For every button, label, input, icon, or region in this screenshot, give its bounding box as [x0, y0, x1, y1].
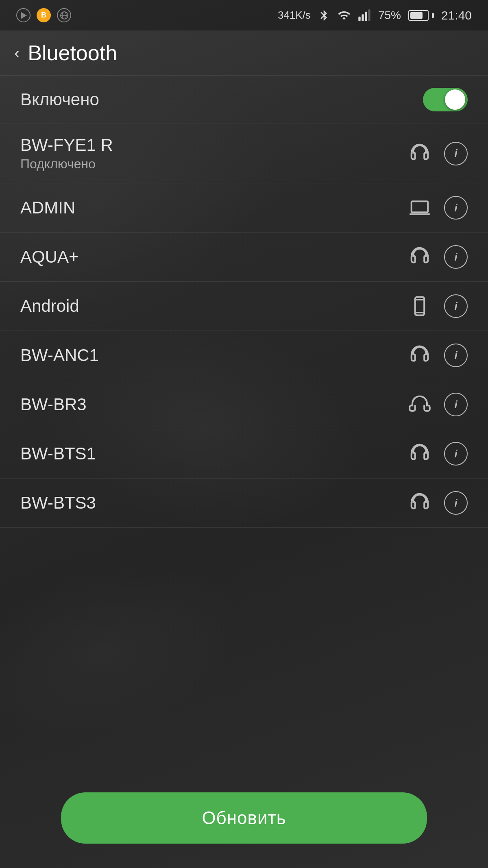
- device-item[interactable]: BW-ANC1 i: [0, 331, 488, 380]
- play-icon: [16, 8, 30, 22]
- device-actions: i: [407, 196, 468, 220]
- signal-icon: [358, 9, 371, 22]
- device-actions: i: [407, 343, 468, 368]
- bluetooth-toggle-switch[interactable]: [423, 88, 468, 111]
- battery-body: [408, 10, 429, 21]
- info-button[interactable]: i: [444, 393, 468, 416]
- bluetooth-status-icon: [318, 9, 330, 22]
- device-info: BW-ANC1: [20, 346, 407, 365]
- laptop-icon: [407, 196, 432, 220]
- device-name: AQUA+: [20, 247, 407, 267]
- info-button[interactable]: i: [444, 294, 468, 318]
- svg-rect-3: [358, 16, 360, 21]
- back-button[interactable]: ‹: [14, 44, 20, 62]
- headphone-icon: [407, 141, 432, 166]
- device-item[interactable]: BW-BTS3 i: [0, 479, 488, 527]
- battery-tip: [432, 13, 434, 18]
- info-button[interactable]: i: [444, 442, 468, 466]
- page-title: Bluetooth: [28, 41, 117, 65]
- device-info: ADMIN: [20, 198, 407, 218]
- device-actions: i: [407, 491, 468, 515]
- device-item[interactable]: BW-FYE1 R Подключено i: [0, 124, 488, 183]
- device-status: Подключено: [20, 157, 407, 172]
- battery-fill: [410, 12, 423, 19]
- bluetooth-toggle-row[interactable]: Включено: [0, 76, 488, 124]
- device-item[interactable]: AQUA+ i: [0, 233, 488, 281]
- device-info: BW-BR3: [20, 395, 407, 414]
- content-area: Включено BW-FYE1 R Подключено i: [0, 76, 488, 868]
- bottom-bar: Обновить: [0, 792, 488, 844]
- device-info: BW-BTS1: [20, 444, 407, 463]
- globe-icon: [57, 8, 71, 22]
- device-name: BW-BTS1: [20, 444, 407, 463]
- device-name: Android: [20, 296, 407, 316]
- device-info: BW-FYE1 R Подключено: [20, 135, 407, 172]
- info-button[interactable]: i: [444, 196, 468, 220]
- headphone-icon: [407, 442, 432, 466]
- page-header: ‹ Bluetooth: [0, 30, 488, 75]
- device-info: BW-BTS3: [20, 493, 407, 513]
- headphone-icon: [407, 491, 432, 515]
- device-name: BW-FYE1 R: [20, 135, 407, 155]
- device-item[interactable]: BW-BTS1 i: [0, 429, 488, 478]
- battery-container: [408, 10, 434, 21]
- device-actions: i: [407, 442, 468, 466]
- headphone-over-ear-icon: [407, 392, 432, 417]
- device-actions: i: [407, 294, 468, 318]
- device-info: Android: [20, 296, 407, 316]
- status-bar: B 341K/s: [0, 0, 488, 30]
- speed-text: 341K/s: [278, 9, 311, 22]
- time-display: 21:40: [441, 9, 472, 22]
- wifi-status-icon: [338, 9, 351, 22]
- svg-rect-7: [412, 201, 428, 212]
- status-left-icons: B: [16, 8, 71, 22]
- device-actions: i: [407, 245, 468, 269]
- svg-rect-4: [362, 14, 364, 21]
- toggle-knob: [445, 89, 465, 110]
- info-button[interactable]: i: [444, 491, 468, 515]
- device-item[interactable]: ADMIN i: [0, 183, 488, 232]
- svg-rect-5: [365, 11, 367, 21]
- device-name: BW-BR3: [20, 395, 407, 414]
- device-name: ADMIN: [20, 198, 407, 218]
- info-button[interactable]: i: [444, 344, 468, 367]
- bitcoin-icon: B: [37, 8, 51, 22]
- device-actions: i: [407, 392, 468, 417]
- device-item[interactable]: Android i: [0, 282, 488, 331]
- divider-9: [0, 527, 488, 528]
- device-name: BW-ANC1: [20, 346, 407, 365]
- status-right: 341K/s 75% 21:40: [278, 9, 472, 22]
- device-item[interactable]: BW-BR3 i: [0, 380, 488, 429]
- info-button[interactable]: i: [444, 142, 468, 165]
- device-actions: i: [407, 141, 468, 166]
- device-info: AQUA+: [20, 247, 407, 267]
- headphone-icon: [407, 245, 432, 269]
- device-name: BW-BTS3: [20, 493, 407, 513]
- battery-percent: 75%: [378, 9, 401, 22]
- svg-rect-6: [368, 9, 370, 21]
- headphone-icon: [407, 343, 432, 368]
- info-button[interactable]: i: [444, 245, 468, 269]
- bluetooth-toggle-label: Включено: [20, 90, 99, 109]
- phone-icon: [407, 294, 432, 318]
- refresh-button[interactable]: Обновить: [61, 792, 427, 844]
